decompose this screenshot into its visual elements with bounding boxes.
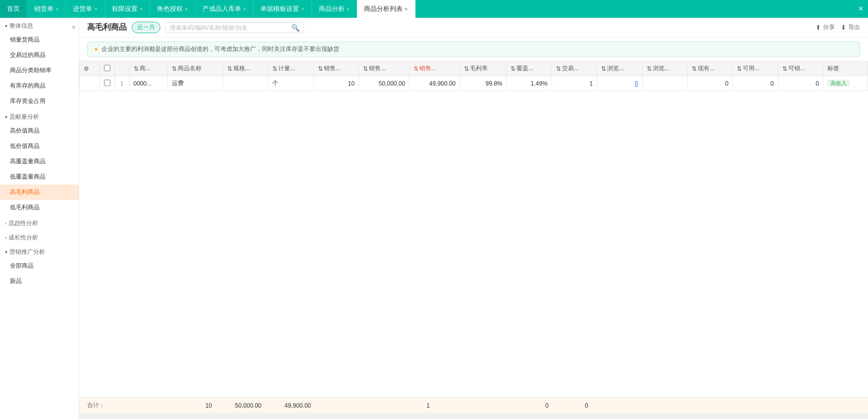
sidebar-item-stock-capital[interactable]: 库存资金占用 [0,93,79,109]
footer-empty3 [434,402,473,409]
col-current-stock-sort-icon: ⇅ [692,65,697,72]
cell-checkbox-0[interactable] [100,76,114,91]
col-settings[interactable]: ⚙ [80,61,100,76]
col-sales-qty[interactable]: ⇅销售... [313,61,358,76]
nav-product-inbound[interactable]: 产成品入库单 × [196,0,254,18]
col-spec-sort-icon: ⇅ [227,65,232,72]
sidebar-group-growth-arrow: › [5,235,6,240]
content-area: 高毛利商品 近一月 🔍 ⬆ 分享 ⬇ 导出 ✦ 企业的主要的利润都是这部分商品创… [79,18,868,419]
sidebar-item-low-value[interactable]: 低价值商品 [0,139,79,154]
col-browse1-sort-icon: ⇅ [601,65,606,72]
sidebar-item-low-coverage[interactable]: 低覆盖量商品 [0,169,79,185]
sidebar-item-new-goods[interactable]: 新品 [0,274,79,289]
col-browse2[interactable]: ⇅浏览... [642,61,687,76]
col-sellable[interactable]: ⇅可销... [778,61,823,76]
sidebar-collapse-btn[interactable]: « [72,23,76,31]
col-trade[interactable]: ⇅交易... [552,61,597,76]
col-sellable-sort-icon: ⇅ [782,65,787,72]
export-btn[interactable]: ⬇ 导出 [841,23,860,32]
footer-sales-qty: 10 [127,402,216,409]
tip-bar: ✦ 企业的主要的利润都是这部分商品创造的，可考虑加大推广，同时关注库存是不要出现… [87,42,860,57]
col-sales-amount-sort-icon: ⇅ [363,65,368,72]
sidebar-item-high-coverage[interactable]: 高覆盖量商品 [0,154,79,169]
nav-permission-settings[interactable]: 权限设置 × [105,0,150,18]
nav-close-product-analysis[interactable]: × [347,6,350,12]
search-input[interactable] [170,24,289,31]
nav-product-analysis[interactable]: 商品分析 × [312,0,357,18]
select-all-checkbox[interactable] [104,65,110,71]
col-browse1[interactable]: ⇅浏览... [597,61,642,76]
nav-home[interactable]: 首页 [0,0,27,18]
cell-sellable-0: 0 [778,76,823,91]
col-sales-cost[interactable]: ⇅销售... [409,61,460,76]
sidebar-group-trend-arrow: › [5,221,6,226]
col-num [114,61,129,76]
nav-close-role-auth[interactable]: × [185,6,188,12]
sidebar-item-stock-goods[interactable]: 有库存的商品 [0,78,79,93]
col-available[interactable]: ⇅可用... [733,61,778,76]
col-code-sort-icon: ⇅ [134,65,139,72]
sidebar-item-high-margin[interactable]: 高毛利商品 [0,185,79,200]
nav-close-purchase-order[interactable]: × [94,6,97,12]
sidebar-group-trend[interactable]: › 流趋性分析 [0,215,79,230]
sidebar-item-all-goods[interactable]: 全部商品 [0,258,79,274]
share-icon: ⬆ [816,24,821,31]
sidebar-group-overall[interactable]: ▾ 整体信息 [0,18,79,32]
col-current-stock[interactable]: ⇅现有... [687,61,732,76]
col-sales-amount[interactable]: ⇅销售... [359,61,409,76]
col-coverage-sort-icon: ⇅ [511,65,515,72]
nav-product-analysis-list[interactable]: 商品分析列表 × [357,0,415,18]
sidebar-group-marketing[interactable]: ▾ 营销推广分析 [0,244,79,258]
content-header: 高毛利商品 近一月 🔍 ⬆ 分享 ⬇ 导出 [79,18,868,38]
col-tag[interactable]: 标签 [823,61,868,76]
sidebar-item-category-rate[interactable]: 商品分类助销率 [0,63,79,78]
search-icon[interactable]: 🔍 [291,24,300,32]
cell-name-0: 运费 [168,76,223,91]
col-unit-sort-icon: ⇅ [272,65,277,72]
sidebar-item-low-margin[interactable]: 低毛利商品 [0,200,79,215]
nav-close-sales-order[interactable]: × [55,6,58,12]
nav-close-template-settings[interactable]: × [301,6,304,12]
share-btn[interactable]: ⬆ 分享 [816,23,835,32]
nav-sales-order[interactable]: 销货单 × [27,0,66,18]
filter-recent-month-btn[interactable]: 近一月 [132,22,160,33]
cell-browse2-0 [642,76,687,91]
cell-browse1-0[interactable]: 0 [597,76,642,91]
col-checkbox[interactable] [100,61,114,76]
table-row[interactable]: 1 0000... 运费 个 10 50,000.00 49,900.00 99… [80,76,868,91]
col-unit[interactable]: ⇅计量... [268,61,313,76]
footer-bar: 合计： 10 50,000.00 49,900.00 1 0 0 [79,397,868,413]
col-gross-rate-sort-icon: ⇅ [464,65,469,72]
cell-sales-cost-0: 49,900.00 [409,76,460,91]
sidebar: « ▾ 整体信息 销量货商品 交易过的商品 商品分类助销率 有库存的商品 库存资… [0,18,79,419]
nav-close-permission-settings[interactable]: × [140,6,143,12]
sidebar-item-traded-goods[interactable]: 交易过的商品 [0,47,79,63]
col-coverage[interactable]: ⇅覆盖... [507,61,552,76]
sidebar-item-sales-goods[interactable]: 销量货商品 [0,32,79,47]
col-gross-rate[interactable]: ⇅毛利率 [460,61,507,76]
col-code[interactable]: ⇅商... [129,61,168,76]
tip-icon: ✦ [94,46,99,53]
export-icon: ⬇ [841,24,846,31]
search-box: 🔍 [165,22,304,33]
nav-purchase-order[interactable]: 进货单 × [66,0,104,18]
sidebar-item-high-value[interactable]: 高价值商品 [0,123,79,139]
footer-trade: 1 [394,402,434,409]
nav-close-all[interactable]: × [854,4,868,13]
main-layout: « ▾ 整体信息 销量货商品 交易过的商品 商品分类助销率 有库存的商品 库存资… [0,18,868,419]
bottom-scrollbar[interactable] [79,413,868,419]
settings-icon: ⚙ [84,65,89,72]
col-name[interactable]: ⇅商品名称 [168,61,223,76]
col-spec[interactable]: ⇅规格... [223,61,268,76]
nav-template-settings[interactable]: 单据模板设置 × [254,0,311,18]
table-header-row: ⚙ ⇅商... ⇅商品名称 ⇅规格... [80,61,868,76]
col-browse2-sort-icon: ⇅ [647,65,652,72]
table-container[interactable]: ⚙ ⇅商... ⇅商品名称 ⇅规格... [79,61,868,397]
nav-role-auth[interactable]: 角色授权 × [150,0,195,18]
nav-close-product-analysis-list[interactable]: × [405,6,408,12]
sidebar-group-contribution[interactable]: ▾ 贡献量分析 [0,109,79,123]
nav-close-product-inbound[interactable]: × [243,6,246,12]
footer-empty2 [355,402,394,409]
top-nav: 首页 销货单 × 进货单 × 权限设置 × 角色授权 × 产成品入库单 × 单据… [0,0,868,18]
sidebar-group-growth[interactable]: › 成长性分析 [0,230,79,244]
